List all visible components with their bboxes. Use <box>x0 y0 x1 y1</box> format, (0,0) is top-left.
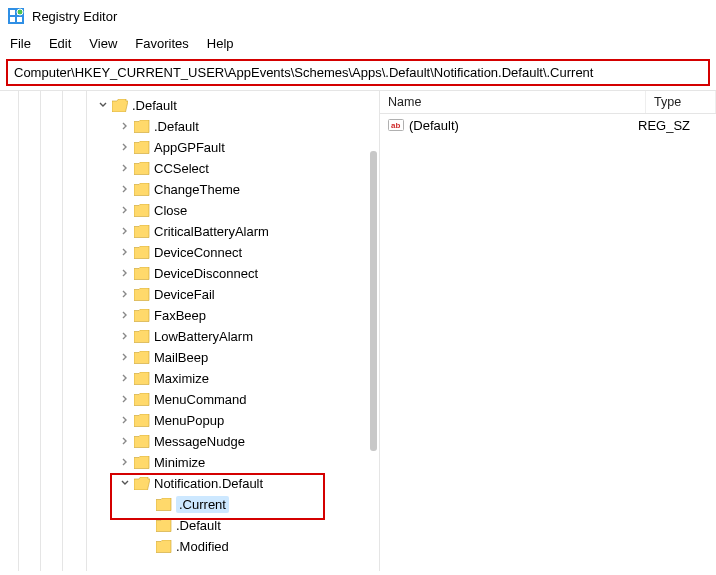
tree-label: AppGPFault <box>154 140 225 155</box>
expand-expand-icon[interactable] <box>118 163 132 175</box>
list-row[interactable]: ab (Default) REG_SZ <box>380 114 716 136</box>
tree-node-child[interactable]: DeviceFail <box>0 284 379 305</box>
tree-label: Maximize <box>154 371 209 386</box>
tree-node-child[interactable]: MenuPopup <box>0 410 379 431</box>
tree-node-child[interactable]: Minimize <box>0 452 379 473</box>
tree-node-child[interactable]: MenuCommand <box>0 389 379 410</box>
window-title: Registry Editor <box>32 9 117 24</box>
folder-icon <box>156 498 172 511</box>
expand-expand-icon[interactable] <box>118 415 132 427</box>
tree-label: CriticalBatteryAlarm <box>154 224 269 239</box>
tree-node-child[interactable]: MailBeep <box>0 347 379 368</box>
expand-collapse-icon[interactable] <box>96 100 110 112</box>
value-type: REG_SZ <box>638 118 708 133</box>
expand-collapse-icon[interactable] <box>118 478 132 490</box>
folder-icon <box>134 204 150 217</box>
tree-node-child[interactable]: AppGPFault <box>0 137 379 158</box>
expand-expand-icon[interactable] <box>118 226 132 238</box>
tree-label: .Default <box>176 518 221 533</box>
expand-expand-icon[interactable] <box>118 247 132 259</box>
tree-pane[interactable]: .Default.DefaultAppGPFaultCCSelectChange… <box>0 91 380 571</box>
tree-node-sub[interactable]: .Modified <box>0 536 379 557</box>
expand-expand-icon[interactable] <box>118 457 132 469</box>
folder-icon <box>156 540 172 553</box>
list-header: Name Type <box>380 91 716 114</box>
value-name: (Default) <box>409 118 638 133</box>
folder-icon <box>134 246 150 259</box>
tree-node-child[interactable]: FaxBeep <box>0 305 379 326</box>
tree-node-child[interactable]: DeviceDisconnect <box>0 263 379 284</box>
expand-expand-icon[interactable] <box>118 352 132 364</box>
folder-icon <box>134 288 150 301</box>
expand-expand-icon[interactable] <box>118 331 132 343</box>
folder-icon <box>112 99 128 112</box>
list-pane[interactable]: Name Type ab (Default) REG_SZ <box>380 91 716 571</box>
tree-label: MessageNudge <box>154 434 245 449</box>
folder-icon <box>134 393 150 406</box>
svg-rect-3 <box>10 17 15 22</box>
folder-icon <box>156 519 172 532</box>
folder-icon <box>134 162 150 175</box>
tree-node-child[interactable]: Maximize <box>0 368 379 389</box>
column-name[interactable]: Name <box>380 91 646 113</box>
expand-expand-icon[interactable] <box>118 205 132 217</box>
menubar: File Edit View Favorites Help <box>0 32 716 57</box>
menu-file[interactable]: File <box>10 36 31 51</box>
address-input[interactable]: Computer\HKEY_CURRENT_USER\AppEvents\Sch… <box>6 59 710 86</box>
menu-edit[interactable]: Edit <box>49 36 71 51</box>
tree-scrollbar[interactable] <box>370 151 377 451</box>
menu-favorites[interactable]: Favorites <box>135 36 188 51</box>
folder-icon <box>134 456 150 469</box>
folder-icon <box>134 435 150 448</box>
tree-node-sub[interactable]: .Current <box>0 494 379 515</box>
tree-label: .Default <box>154 119 199 134</box>
tree-node-child[interactable]: CCSelect <box>0 158 379 179</box>
svg-point-5 <box>17 9 23 15</box>
tree-node-child[interactable]: Close <box>0 200 379 221</box>
app-icon <box>8 8 24 24</box>
tree-label: MenuPopup <box>154 413 224 428</box>
folder-icon <box>134 225 150 238</box>
expand-expand-icon[interactable] <box>118 436 132 448</box>
expand-expand-icon[interactable] <box>118 268 132 280</box>
tree-label: DeviceConnect <box>154 245 242 260</box>
tree-label: MenuCommand <box>154 392 247 407</box>
tree-node-child[interactable]: ChangeTheme <box>0 179 379 200</box>
expand-expand-icon[interactable] <box>118 121 132 133</box>
expand-expand-icon[interactable] <box>118 394 132 406</box>
tree-node-child[interactable]: CriticalBatteryAlarm <box>0 221 379 242</box>
expand-expand-icon[interactable] <box>118 184 132 196</box>
folder-icon <box>134 141 150 154</box>
tree-label: Notification.Default <box>154 476 263 491</box>
folder-icon <box>134 309 150 322</box>
menu-view[interactable]: View <box>89 36 117 51</box>
tree-label: FaxBeep <box>154 308 206 323</box>
tree-node-sub[interactable]: .Default <box>0 515 379 536</box>
expand-expand-icon[interactable] <box>118 310 132 322</box>
svg-rect-4 <box>17 17 22 22</box>
tree-label: ChangeTheme <box>154 182 240 197</box>
content-area: .Default.DefaultAppGPFaultCCSelectChange… <box>0 90 716 571</box>
titlebar: Registry Editor <box>0 0 716 32</box>
column-type[interactable]: Type <box>646 91 716 113</box>
tree-label: .Current <box>176 496 229 513</box>
expand-expand-icon[interactable] <box>118 142 132 154</box>
tree-node-child[interactable]: MessageNudge <box>0 431 379 452</box>
folder-icon <box>134 351 150 364</box>
tree-node-child[interactable]: LowBatteryAlarm <box>0 326 379 347</box>
menu-help[interactable]: Help <box>207 36 234 51</box>
expand-expand-icon[interactable] <box>118 289 132 301</box>
tree-label: CCSelect <box>154 161 209 176</box>
tree-node-default-root[interactable]: .Default <box>0 95 379 116</box>
expand-expand-icon[interactable] <box>118 373 132 385</box>
folder-icon <box>134 120 150 133</box>
svg-rect-1 <box>10 10 15 15</box>
tree-label: Minimize <box>154 455 205 470</box>
tree-node-notification-default[interactable]: Notification.Default <box>0 473 379 494</box>
folder-icon <box>134 267 150 280</box>
tree-label: MailBeep <box>154 350 208 365</box>
tree-node-child[interactable]: DeviceConnect <box>0 242 379 263</box>
tree-label: Close <box>154 203 187 218</box>
tree-label: .Default <box>132 98 177 113</box>
tree-node-child[interactable]: .Default <box>0 116 379 137</box>
